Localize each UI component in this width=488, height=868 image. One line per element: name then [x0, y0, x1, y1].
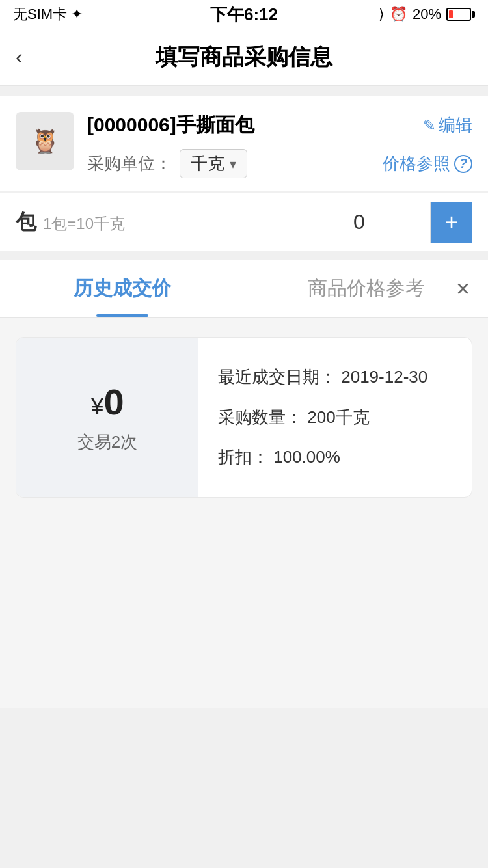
purchase-qty-label: 采购数量： [218, 407, 303, 427]
quantity-unit: 包 [16, 208, 36, 237]
price-reference-button[interactable]: 价格参照 ? [383, 152, 472, 175]
tab-close-button[interactable]: × [456, 277, 470, 301]
edit-icon: ✎ [423, 116, 436, 135]
discount-row: 折扣： 100.00% [218, 444, 452, 471]
product-card: 🦉 [0000006]手撕面包 ✎ 编辑 采购单位： 千克 ▾ [0, 96, 488, 191]
unit-selector[interactable]: 千克 ▾ [180, 149, 247, 178]
section-divider [0, 251, 488, 260]
currency-symbol: ¥ [90, 393, 103, 420]
battery-icon [446, 8, 475, 21]
product-thumbnail: 🦉 [16, 112, 74, 170]
quantity-input[interactable] [288, 202, 431, 243]
alarm-icon: ⏰ [390, 6, 407, 23]
purchase-qty-row: 采购数量： 200千克 [218, 404, 452, 431]
quantity-plus-button[interactable]: + [431, 202, 472, 243]
back-button[interactable]: ‹ [16, 45, 23, 69]
unit-value: 千克 [191, 152, 224, 175]
status-left: 无SIM卡 ✦ [13, 5, 83, 24]
price-details: 最近成交日期： 2019-12-30 采购数量： 200千克 折扣： 100.0… [198, 338, 472, 497]
tab-bar: 历史成交价 商品价格参考 × [0, 260, 488, 318]
status-right: ⟩ ⏰ 20% [379, 6, 475, 23]
recent-date-value: 2019-12-30 [341, 367, 427, 387]
tab-active-indicator [96, 314, 148, 317]
edit-button[interactable]: ✎ 编辑 [423, 114, 472, 137]
tab-history-price-label: 历史成交价 [74, 275, 171, 302]
quantity-section: 包 1包=10千克 + [0, 193, 488, 251]
quantity-label-area: 包 1包=10千克 [16, 208, 125, 237]
trade-count: 交易2次 [77, 431, 137, 454]
product-logo-icon: 🦉 [31, 128, 60, 155]
page-title: 填写商品采购信息 [156, 42, 332, 72]
carrier-text: 无SIM卡 ✦ [13, 5, 83, 24]
price-summary: ¥0 交易2次 [16, 338, 198, 497]
purchase-qty-value: 200千克 [307, 407, 369, 427]
recent-date-row: 最近成交日期： 2019-12-30 [218, 364, 452, 391]
battery-percent: 20% [413, 6, 441, 23]
location-icon: ⟩ [379, 6, 385, 23]
status-bar: 无SIM卡 ✦ 下午6:12 ⟩ ⏰ 20% [0, 0, 488, 29]
dropdown-arrow-icon: ▾ [230, 156, 236, 172]
recent-date-label: 最近成交日期： [218, 367, 336, 387]
content-area: ¥0 交易2次 最近成交日期： 2019-12-30 采购数量： 200千克 折… [0, 318, 488, 708]
product-name: [0000006]手撕面包 [87, 112, 254, 139]
price-ref-label: 价格参照 [383, 152, 450, 175]
conversion-text: 1包=10千克 [43, 213, 125, 234]
product-info: [0000006]手撕面包 ✎ 编辑 采购单位： 千克 ▾ 价格参照 ? [87, 112, 472, 178]
tab-price-reference[interactable]: 商品价格参考 [244, 260, 488, 317]
discount-value: 100.00% [273, 447, 340, 467]
discount-label: 折扣： [218, 447, 269, 467]
tab-history-price[interactable]: 历史成交价 [0, 260, 244, 317]
info-icon: ? [454, 155, 472, 173]
quantity-input-area: + [288, 202, 472, 243]
tab-price-reference-label: 商品价格参考 [308, 275, 425, 302]
status-time: 下午6:12 [210, 3, 278, 26]
price-amount: ¥0 [90, 381, 124, 423]
nav-bar: ‹ 填写商品采购信息 [0, 29, 488, 86]
purchase-unit-label: 采购单位： [87, 152, 172, 175]
price-card: ¥0 交易2次 最近成交日期： 2019-12-30 采购数量： 200千克 折… [16, 337, 472, 498]
